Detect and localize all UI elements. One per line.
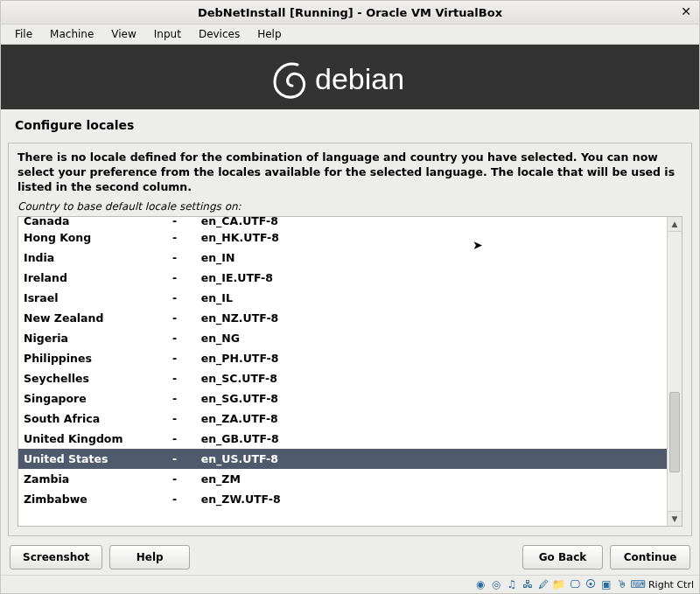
optical-drive-icon[interactable]: ◉: [473, 577, 487, 591]
locale-row[interactable]: Zambia- en_ZM: [18, 469, 667, 489]
locale-code: en_SC.UTF-8: [193, 372, 277, 385]
prompt-text: Country to base default locale settings …: [18, 200, 682, 213]
locale-code: en_GB.UTF-8: [193, 432, 279, 445]
locale-code: en_IN: [193, 251, 234, 264]
network-icon[interactable]: 🖧: [521, 577, 535, 591]
button-row: Screenshot Help Go Back Continue: [1, 536, 699, 575]
titlebar: DebNetInstall [Running] - Oracle VM Virt…: [1, 1, 699, 24]
locale-row[interactable]: India- en_IN: [18, 248, 667, 268]
locale-country: Hong Kong: [24, 231, 172, 244]
go-back-button[interactable]: Go Back: [522, 545, 603, 570]
locale-row[interactable]: South Africa- en_ZA.UTF-8: [18, 409, 667, 429]
locale-country: United States: [24, 452, 172, 465]
locale-country: India: [24, 251, 172, 264]
menu-view[interactable]: View: [102, 26, 144, 42]
locale-code: en_HK.UTF-8: [193, 231, 279, 244]
locale-row[interactable]: Nigeria- en_NG: [18, 328, 667, 348]
locale-sep: -: [172, 251, 193, 264]
locale-code: en_ZA.UTF-8: [193, 412, 278, 425]
locale-code: en_ZM: [193, 472, 241, 486]
display-icon[interactable]: 🖵: [568, 577, 582, 591]
locale-country: Ireland: [24, 271, 172, 284]
locale-country: New Zealand: [24, 311, 172, 325]
locale-sep: -: [172, 231, 193, 244]
locale-row[interactable]: Singapore- en_SG.UTF-8: [18, 388, 667, 409]
locale-sep: -: [172, 392, 193, 405]
menu-help[interactable]: Help: [248, 26, 290, 42]
usb-icon[interactable]: 🖉: [536, 577, 550, 591]
vm-window: DebNetInstall [Running] - Oracle VM Virt…: [0, 0, 700, 594]
locale-sep: -: [172, 432, 193, 445]
host-key-label: Right Ctrl: [648, 579, 694, 591]
screenshot-button[interactable]: Screenshot: [10, 545, 102, 570]
locale-code: en_US.UTF-8: [193, 452, 278, 465]
mouse-integration-icon[interactable]: 🖰: [615, 577, 629, 591]
locale-sep: -: [172, 352, 193, 365]
hard-disk-icon[interactable]: ◎: [489, 577, 503, 591]
menu-input[interactable]: Input: [145, 26, 190, 42]
instruction-text: There is no locale defined for the combi…: [18, 150, 682, 195]
debian-wordmark: debian: [315, 62, 404, 95]
statusbar: ◉ ◎ ♫ 🖧 🖉 📁 🖵 ⦿ ▣ 🖰 ⌨ Right Ctrl: [1, 575, 699, 593]
locale-listbox: Canada- en_CA.UTF-8Hong Kong- en_HK.UTF-…: [18, 216, 682, 527]
scroll-down-icon[interactable]: ▼: [668, 511, 682, 526]
cpu-icon[interactable]: ▣: [599, 577, 613, 591]
locale-row[interactable]: New Zealand- en_NZ.UTF-8: [18, 308, 667, 328]
locale-country: Zambia: [24, 472, 172, 486]
shared-folder-icon[interactable]: 📁: [552, 577, 566, 591]
help-button[interactable]: Help: [109, 545, 190, 570]
guest-screen: debian Configure locales There is no loc…: [1, 45, 699, 575]
locale-row[interactable]: Zimbabwe- en_ZW.UTF-8: [18, 489, 667, 509]
locale-sep: -: [172, 493, 193, 506]
locale-row[interactable]: Seychelles- en_SC.UTF-8: [18, 368, 667, 388]
scroll-thumb[interactable]: [669, 392, 680, 472]
locale-sep: -: [172, 452, 193, 465]
locale-sep: -: [172, 372, 193, 385]
locale-code: en_CA.UTF-8: [193, 217, 278, 227]
locale-list[interactable]: Canada- en_CA.UTF-8Hong Kong- en_HK.UTF-…: [18, 217, 667, 526]
locale-country: Seychelles: [24, 372, 172, 385]
locale-country: South Africa: [24, 412, 172, 425]
spacer: [197, 545, 515, 570]
locale-country: Israel: [24, 291, 172, 304]
page-title: Configure locales: [1, 109, 699, 143]
locale-code: en_IL: [193, 291, 233, 304]
window-title: DebNetInstall [Running] - Oracle VM Virt…: [198, 6, 502, 19]
debian-banner: debian: [1, 45, 699, 109]
debian-logo-icon: debian: [262, 54, 438, 103]
menu-devices[interactable]: Devices: [190, 26, 248, 42]
audio-icon[interactable]: ♫: [505, 577, 519, 591]
locale-sep: -: [172, 472, 193, 486]
locale-code: en_ZW.UTF-8: [193, 493, 281, 506]
locale-row[interactable]: United States- en_US.UTF-8: [18, 449, 667, 469]
recording-icon[interactable]: ⦿: [584, 577, 598, 591]
locale-row[interactable]: Israel- en_IL: [18, 288, 667, 308]
locale-row[interactable]: Ireland- en_IE.UTF-8: [18, 268, 667, 288]
locale-sep: -: [172, 412, 193, 425]
locale-sep: -: [172, 311, 193, 325]
locale-country: Singapore: [24, 392, 172, 405]
scroll-up-icon[interactable]: ▲: [668, 217, 682, 232]
locale-country: Canada: [24, 217, 172, 227]
locale-country: Zimbabwe: [24, 493, 172, 506]
menu-file[interactable]: File: [6, 26, 41, 42]
locale-country: Philippines: [24, 352, 172, 365]
main-panel: There is no locale defined for the combi…: [8, 143, 692, 536]
close-icon[interactable]: ✕: [678, 3, 694, 19]
continue-button[interactable]: Continue: [610, 545, 690, 570]
locale-code: en_PH.UTF-8: [193, 352, 278, 365]
locale-country: United Kingdom: [24, 432, 172, 445]
host-key-icon[interactable]: ⌨: [631, 577, 645, 591]
locale-code: en_SG.UTF-8: [193, 392, 278, 405]
menu-machine[interactable]: Machine: [41, 26, 102, 42]
locale-code: en_NG: [193, 332, 240, 345]
locale-code: en_IE.UTF-8: [193, 271, 273, 284]
locale-row[interactable]: Canada- en_CA.UTF-8: [18, 217, 667, 227]
locale-row[interactable]: United Kingdom- en_GB.UTF-8: [18, 429, 667, 449]
locale-code: en_NZ.UTF-8: [193, 311, 278, 325]
scrollbar[interactable]: ▲ ▼: [667, 217, 682, 526]
locale-row[interactable]: Philippines- en_PH.UTF-8: [18, 348, 667, 368]
locale-row[interactable]: Hong Kong- en_HK.UTF-8: [18, 227, 667, 248]
menubar: File Machine View Input Devices Help: [1, 24, 699, 45]
locale-country: Nigeria: [24, 332, 172, 345]
